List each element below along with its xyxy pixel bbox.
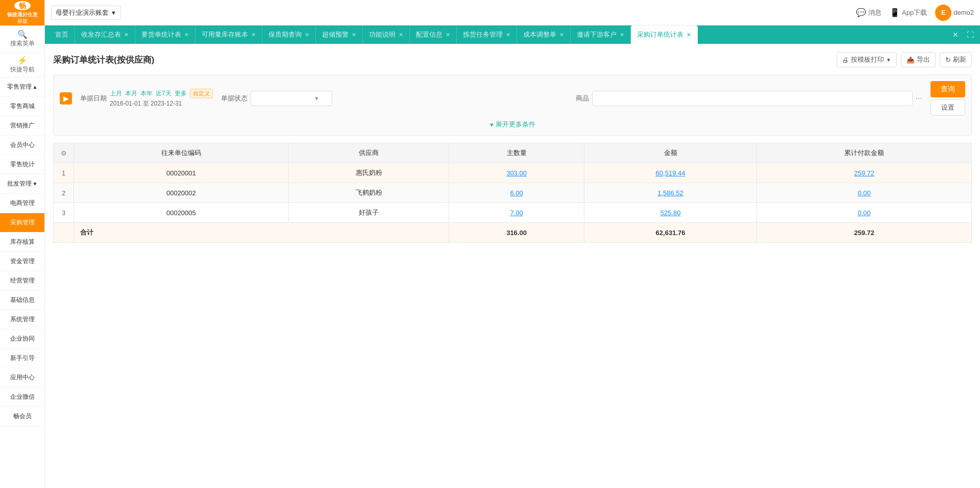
expand-more-btn[interactable]: ▾ 展开更多条件: [60, 120, 965, 129]
date-this-year[interactable]: 本年: [140, 89, 153, 98]
date-last-7days[interactable]: 近7天: [156, 89, 172, 98]
sidebar-item-enterprise-collab[interactable]: 企业协同: [0, 329, 44, 349]
sidebar-item-enterprise-wechat[interactable]: 企业微信: [0, 388, 44, 407]
date-custom-badge[interactable]: 自定义: [190, 89, 213, 98]
tab-function-desc-close[interactable]: ✕: [399, 32, 403, 38]
sidebar-item-system-mgmt[interactable]: 系统管理: [0, 310, 44, 329]
tab-cost-adjust-label: 成本调整单: [523, 30, 556, 39]
date-last-month[interactable]: 上月: [110, 89, 122, 98]
table-row: 2 00020002 飞鹤奶粉 6.00 1,586.52 0.00: [54, 183, 972, 203]
user-menu-btn[interactable]: E demo2: [935, 5, 974, 21]
table-footer-row: 合计 316.00 62,631.76 259.72: [54, 223, 972, 243]
message-btn[interactable]: 💬 消息: [856, 8, 881, 17]
tab-maximize-icon[interactable]: ⛶: [965, 29, 976, 41]
template-print-btn[interactable]: 🖨 按模板打印 ▼: [837, 52, 897, 67]
row-qty-2[interactable]: 7.00: [449, 203, 584, 223]
retail-stats-label: 零售统计: [10, 161, 35, 168]
tab-config-info-close[interactable]: ✕: [446, 32, 450, 38]
tab-close-all-icon[interactable]: ✕: [950, 29, 961, 41]
tab-task-mgmt-close[interactable]: ✕: [506, 32, 510, 38]
sidebar-item-inventory-check[interactable]: 库存核算: [0, 233, 44, 252]
filter-toggle-btn[interactable]: ▶: [60, 92, 72, 105]
tab-config-info[interactable]: 配置信息 ✕: [410, 25, 457, 44]
chevron-down-icon-2: ▼: [33, 181, 38, 187]
tabs-actions: ✕ ⛶: [950, 29, 976, 41]
tab-stock-ledger[interactable]: 可用量库存账本 ✕: [195, 25, 262, 44]
sidebar: 畅 畅捷通好生意 标版 🔍 搜索英单 ⚡ 快捷导航 零售管理 ▲ 零售商城 营销…: [0, 0, 45, 488]
tab-stock-ledger-close[interactable]: ✕: [251, 32, 256, 38]
tab-cost-adjust-close[interactable]: ✕: [559, 32, 564, 38]
date-more[interactable]: 更多: [175, 89, 187, 98]
row-amount-2[interactable]: 525.80: [584, 203, 756, 223]
sidebar-item-search[interactable]: 🔍 搜索英单: [0, 25, 44, 53]
sidebar-item-quick-nav[interactable]: ⚡ 快捷导航: [0, 53, 44, 78]
sidebar-item-retail-mall[interactable]: 零售商城: [0, 97, 44, 116]
tab-task-mgmt-label: 拣货任务管理: [463, 30, 503, 39]
col-qty: 主数量: [449, 143, 584, 163]
tab-function-desc[interactable]: 功能说明 ✕: [363, 25, 410, 44]
date-this-month[interactable]: 本月: [125, 89, 137, 98]
sidebar-item-app-center[interactable]: 应用中心: [0, 368, 44, 388]
tab-expiry-query-close[interactable]: ✕: [305, 32, 309, 38]
tab-order-stats[interactable]: 要货单统计表 ✕: [135, 25, 195, 44]
sidebar-item-operation-mgmt[interactable]: 经营管理: [0, 271, 44, 291]
tab-invite-customer[interactable]: 邀请下游客户 ✕: [571, 25, 631, 44]
row-amount-0[interactable]: 60,519.44: [584, 163, 756, 183]
tab-home[interactable]: 首页: [49, 25, 75, 44]
export-btn[interactable]: 📤 导出: [901, 52, 936, 67]
export-label: 导出: [917, 55, 930, 64]
tab-overstock-alert-close[interactable]: ✕: [352, 32, 356, 38]
tab-order-stats-close[interactable]: ✕: [184, 32, 189, 38]
tab-invite-customer-close[interactable]: ✕: [620, 32, 624, 38]
sidebar-item-purchase-mgmt[interactable]: 采购管理: [0, 213, 44, 233]
row-paid-1[interactable]: 0.00: [757, 183, 972, 203]
wholesale-mgmt-label: 批发管理: [7, 179, 32, 188]
sidebar-item-retail-mgmt[interactable]: 零售管理 ▲: [0, 78, 44, 97]
refresh-btn[interactable]: ↻ 刷新: [940, 52, 972, 67]
app-download-btn[interactable]: 📱 App下载: [890, 8, 927, 17]
workspace-selector[interactable]: 母婴行业演示账套 ▼: [51, 6, 121, 20]
row-code-1: 00020002: [74, 183, 289, 203]
footer-label: 合计: [74, 223, 449, 243]
sidebar-item-ecommerce-mgmt[interactable]: 电商管理: [0, 194, 44, 213]
status-select[interactable]: ▼: [251, 91, 332, 106]
goods-more-icon[interactable]: ···: [916, 94, 922, 103]
query-btn[interactable]: 查询: [930, 81, 965, 97]
sidebar-item-new-guide[interactable]: 新手引导: [0, 349, 44, 368]
app-download-label: App下载: [902, 8, 927, 17]
purchase-mgmt-label: 采购管理: [10, 219, 35, 226]
date-range-text: 2016-01-01 至 2023-12-31: [110, 99, 213, 108]
date-to: 2023-12-31: [151, 100, 182, 107]
sidebar-item-retail-stats[interactable]: 零售统计: [0, 155, 44, 174]
table-row: 1 00020001 惠氏奶粉 303.00 60,519.44 259.72: [54, 163, 972, 183]
tab-receive-send-close[interactable]: ✕: [124, 32, 129, 38]
tab-purchase-stats-close[interactable]: ✕: [687, 32, 691, 38]
row-qty-0[interactable]: 303.00: [449, 163, 584, 183]
tab-task-mgmt[interactable]: 拣货任务管理 ✕: [457, 25, 517, 44]
tab-overstock-alert[interactable]: 超储预警 ✕: [316, 25, 363, 44]
row-paid-2[interactable]: 0.00: [757, 203, 972, 223]
app-logo-sub: 标版: [17, 18, 28, 24]
filter-date-field: 单据日期 上月 本月 本年 近7天 更多 自定义 2016-: [80, 89, 213, 108]
table-settings-icon[interactable]: ⚙: [61, 149, 67, 157]
tab-expiry-query[interactable]: 保质期查询 ✕: [262, 25, 316, 44]
chevron-down-icon-status: ▼: [314, 95, 320, 101]
page-content: 采购订单统计表(按供应商) 🖨 按模板打印 ▼ 📤 导出 ↻ 刷新: [45, 44, 980, 488]
settings-btn[interactable]: 设置: [930, 99, 965, 116]
sidebar-item-finance-mgmt[interactable]: 资金管理: [0, 252, 44, 271]
row-amount-1[interactable]: 1,586.52: [584, 183, 756, 203]
row-paid-0[interactable]: 259.72: [757, 163, 972, 183]
sidebar-item-wholesale-mgmt[interactable]: 批发管理 ▼: [0, 174, 44, 194]
sidebar-item-marketing[interactable]: 营销推广: [0, 116, 44, 136]
table-header-row: ⚙ 往来单位编码 供应商 主数量 金额 累计付款金额: [54, 143, 972, 163]
tab-purchase-stats[interactable]: 采购订单统计表 ✕: [631, 25, 698, 44]
download-icon: 📱: [890, 8, 900, 17]
sidebar-item-member-center[interactable]: 会员中心: [0, 136, 44, 155]
sidebar-item-basic-info[interactable]: 基础信息: [0, 291, 44, 310]
sidebar-item-member[interactable]: 畅会员: [0, 407, 44, 426]
date-label: 单据日期: [80, 94, 107, 103]
row-qty-1[interactable]: 6.00: [449, 183, 584, 203]
tab-cost-adjust[interactable]: 成本调整单 ✕: [517, 25, 571, 44]
goods-input[interactable]: [592, 91, 913, 106]
tab-receive-send[interactable]: 收发存汇总表 ✕: [75, 25, 135, 44]
